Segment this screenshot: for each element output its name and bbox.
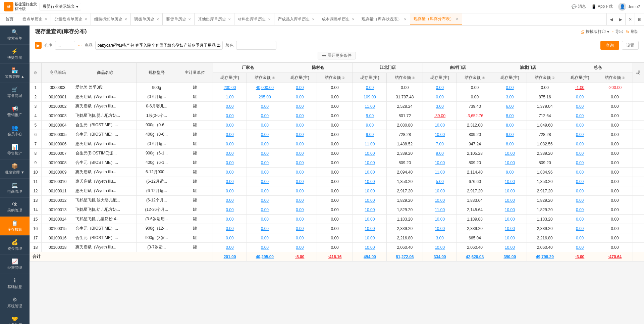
row-cf-amt[interactable]: 0.00	[247, 215, 283, 224]
row-cc-qty[interactable]: 0.00	[283, 224, 317, 233]
row-total-qty[interactable]: 0.00	[563, 102, 597, 111]
row-yb-qty[interactable]: 10.00	[493, 205, 527, 215]
row-na-qty[interactable]: 10.00	[423, 196, 457, 205]
sidebar-item-wholesale[interactable]: 📦 批发管理 ▼	[0, 159, 30, 179]
row-jb-qty[interactable]: 10.00	[353, 215, 387, 224]
row-jb-qty[interactable]: 11.00	[353, 102, 387, 111]
row-cf-amt[interactable]: 0.00	[247, 186, 283, 196]
row-cf-qty[interactable]: 0.00	[213, 168, 247, 177]
sidebar-item-members[interactable]: 👥 会员中心	[0, 121, 30, 140]
row-total-qty[interactable]: 0.00	[563, 186, 597, 196]
row-cf-qty[interactable]: 0.00	[213, 111, 247, 121]
row-cc-qty[interactable]: 0.00	[283, 83, 317, 92]
row-yb-qty[interactable]: 10.00	[493, 233, 527, 243]
sidebar-item-collab[interactable]: 🤝 企业协同	[0, 312, 30, 324]
row-na-qty[interactable]: 10.00	[423, 158, 457, 168]
row-cf-qty[interactable]: 0.00	[213, 205, 247, 215]
row-cc-qty[interactable]: 0.00	[283, 233, 317, 243]
tab-prev-btn[interactable]: ◀	[606, 13, 616, 26]
total-cc-qty[interactable]: -8.00	[283, 252, 317, 262]
tab-transfer[interactable]: 调拨单历史 ✕	[131, 13, 163, 25]
row-yb-qty[interactable]: 10.00	[493, 224, 527, 233]
total-yb-qty[interactable]: 390.00	[493, 252, 527, 262]
tab-product-in[interactable]: 产成品入库单历史 ✕	[274, 13, 318, 25]
filter-expand-btn[interactable]: ▶	[35, 42, 42, 49]
row-jb-qty[interactable]: 10.00	[353, 243, 387, 252]
row-na-qty[interactable]: 0.00	[423, 83, 457, 92]
row-total-qty[interactable]: 0.00	[563, 196, 597, 205]
tab-close-all-btn[interactable]: ✕	[625, 13, 635, 26]
query-button[interactable]: 查询	[600, 41, 619, 50]
row-total-qty[interactable]: 0.00	[563, 121, 597, 130]
row-cf-amt[interactable]: 0.00	[247, 224, 283, 233]
row-cf-qty[interactable]: 0.00	[213, 149, 247, 158]
settings-icon[interactable]: ⚙	[34, 71, 37, 75]
row-cf-amt[interactable]: 295.00	[247, 92, 283, 102]
row-cc-qty[interactable]: 0.00	[283, 121, 317, 130]
row-jb-qty[interactable]: 10.00	[353, 205, 387, 215]
row-cf-qty[interactable]: 0.00	[213, 215, 247, 224]
export-btn[interactable]: ↑ 导出	[612, 29, 623, 35]
row-cf-amt[interactable]: 0.00	[247, 205, 283, 215]
row-na-qty[interactable]: 10.00	[423, 186, 457, 196]
row-cc-qty[interactable]: 0.00	[283, 196, 317, 205]
row-na-qty[interactable]: 9.00	[423, 149, 457, 158]
row-cc-qty[interactable]: 0.00	[283, 102, 317, 111]
row-jb-qty[interactable]: 10.00	[353, 158, 387, 168]
row-jb-qty[interactable]: 11.00	[353, 139, 387, 149]
close-icon[interactable]: ✕	[228, 17, 231, 21]
row-cf-amt[interactable]: 0.00	[247, 168, 283, 177]
row-yb-qty[interactable]: 9.00	[493, 168, 527, 177]
row-total-qty[interactable]: 0.00	[563, 130, 597, 139]
row-total-qty[interactable]: -1.00	[563, 83, 597, 92]
dot-menu[interactable]: ···	[78, 43, 82, 48]
close-icon[interactable]: ✕	[404, 17, 407, 21]
row-cc-qty[interactable]: 0.00	[283, 243, 317, 252]
row-cf-amt[interactable]: 40,000.00	[247, 83, 283, 92]
store-selector[interactable]: 母婴行业演示陈套 ▾	[40, 3, 81, 10]
close-icon[interactable]: ✕	[268, 17, 271, 21]
row-cc-qty[interactable]: 0.00	[283, 92, 317, 102]
row-cf-qty[interactable]: 0.00	[213, 224, 247, 233]
row-cf-amt[interactable]: 0.00	[247, 102, 283, 111]
sidebar-item-quicknav[interactable]: ⚡ 快捷导航	[0, 45, 30, 64]
row-total-qty[interactable]: 0.00	[563, 149, 597, 158]
sidebar-item-finance[interactable]: 💰 资金管理	[0, 236, 30, 255]
tab-inventory-check[interactable]: 盘点单历史 ✕	[19, 13, 51, 25]
user-profile-btn[interactable]: 👤 demo2	[618, 3, 640, 11]
row-yb-qty[interactable]: 10.00	[493, 149, 527, 158]
row-cc-qty[interactable]: 0.00	[283, 149, 317, 158]
row-cc-qty[interactable]: 0.00	[283, 130, 317, 139]
row-jb-qty[interactable]: 10.00	[353, 233, 387, 243]
row-jb-qty[interactable]: 9.00	[353, 130, 387, 139]
row-total-qty[interactable]: 0.00	[563, 139, 597, 149]
row-na-qty[interactable]: 11.00	[423, 168, 457, 177]
sidebar-item-retail-mgmt[interactable]: 🏪 零售管理 ▲	[0, 64, 30, 83]
total-cf-qty[interactable]: 201.00	[213, 252, 247, 262]
total-total-qty[interactable]: -3.00	[563, 252, 597, 262]
row-cf-amt[interactable]: 0.00	[247, 196, 283, 205]
row-cf-amt[interactable]: 0.00	[247, 139, 283, 149]
row-na-qty[interactable]: 10.00	[423, 215, 457, 224]
row-total-qty[interactable]: 0.00	[563, 168, 597, 177]
sidebar-item-marketing[interactable]: 📢 营销推广	[0, 102, 30, 121]
row-yb-qty[interactable]: 10.00	[493, 186, 527, 196]
row-cf-qty[interactable]: 0.00	[213, 186, 247, 196]
sidebar-item-ops[interactable]: 📈 经营管理	[0, 255, 30, 274]
row-yb-qty[interactable]: 10.00	[493, 177, 527, 186]
total-na-amt[interactable]: 42,620.08	[457, 252, 493, 262]
row-total-qty[interactable]: 0.00	[563, 205, 597, 215]
row-jb-qty[interactable]: 10.00	[353, 168, 387, 177]
row-jb-qty[interactable]: 10.00	[353, 186, 387, 196]
sidebar-item-retail-mall[interactable]: 🛒 零售商城	[0, 83, 30, 102]
sidebar-item-purchase[interactable]: 🛍 采购管理	[0, 198, 30, 217]
warehouse-input[interactable]	[55, 41, 75, 50]
row-jb-qty[interactable]: 0.00	[353, 83, 387, 92]
row-cf-amt[interactable]: 0.00	[247, 243, 283, 252]
row-yb-qty[interactable]: 10.00	[493, 215, 527, 224]
row-cf-qty[interactable]: 0.00	[213, 158, 247, 168]
close-icon[interactable]: ✕	[45, 17, 47, 21]
total-na-qty[interactable]: 334.00	[423, 252, 457, 262]
row-cc-qty[interactable]: 0.00	[283, 139, 317, 149]
row-yb-qty[interactable]: 10.00	[493, 243, 527, 252]
